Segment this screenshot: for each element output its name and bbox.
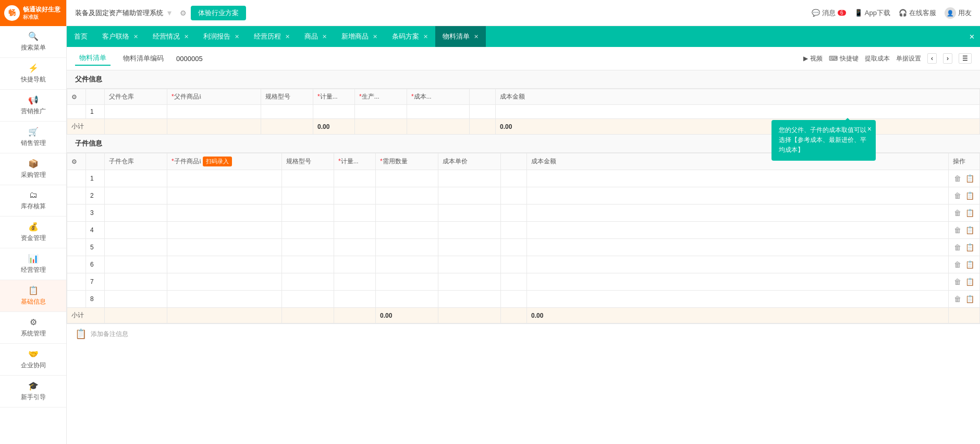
child-row-quantity[interactable] <box>376 273 438 291</box>
child-row-quantity[interactable] <box>376 256 438 273</box>
child-row-warehouse[interactable] <box>105 187 167 205</box>
copy-row-button[interactable]: 📋 <box>964 190 975 201</box>
tab-close-icon[interactable]: ✕ <box>133 33 138 40</box>
sidebar-item-资金管理[interactable]: 💰资金管理 <box>0 217 66 248</box>
tab-close-icon[interactable]: ✕ <box>235 33 239 40</box>
delete-row-button[interactable]: 🗑 <box>953 277 962 287</box>
copy-row-button[interactable]: 📋 <box>964 173 975 184</box>
single-settings-button[interactable]: 单据设置 <box>896 54 921 63</box>
child-row-unit-cost[interactable] <box>438 187 501 205</box>
nav-tab-经营情况[interactable]: 经营情况✕ <box>145 26 196 47</box>
copy-row-button[interactable]: 📋 <box>964 242 975 253</box>
child-row-quantity[interactable] <box>376 291 438 308</box>
tooltip-close-button[interactable]: × <box>867 123 872 135</box>
child-row-warehouse[interactable] <box>105 222 167 239</box>
sidebar-item-销售管理[interactable]: 🛒销售管理 <box>0 122 66 153</box>
parent-row-unit[interactable] <box>313 105 355 119</box>
delete-row-button[interactable]: 🗑 <box>953 259 962 270</box>
nav-tab-客户联络[interactable]: 客户联络✕ <box>95 26 145 47</box>
sidebar-item-快捷导航[interactable]: ⚡快捷导航 <box>0 58 66 90</box>
sidebar-item-企业协同[interactable]: 🤝企业协同 <box>0 344 66 376</box>
nav-tab-条码方案[interactable]: 条码方案✕ <box>385 26 435 47</box>
child-row-goods[interactable] <box>167 170 282 187</box>
tab-close-icon[interactable]: ✕ <box>423 33 428 40</box>
child-row-goods[interactable] <box>167 222 282 239</box>
delete-row-button[interactable]: 🗑 <box>953 225 962 235</box>
tab-bill-code[interactable]: 物料清单编码 <box>119 52 168 65</box>
online-service-button[interactable]: 🎧 在线客服 <box>899 8 936 18</box>
delete-row-button[interactable]: 🗑 <box>953 208 962 218</box>
app-download-button[interactable]: 📱 App下载 <box>854 8 890 18</box>
child-row-unit-cost[interactable] <box>438 256 501 273</box>
child-row-spec[interactable] <box>282 291 334 308</box>
child-row-unit-cost[interactable] <box>438 273 501 291</box>
tab-close-icon[interactable]: ✕ <box>322 33 327 40</box>
tab-close-icon[interactable]: ✕ <box>184 33 189 40</box>
tab-close-icon[interactable]: ✕ <box>474 33 479 40</box>
child-row-spec[interactable] <box>282 239 334 256</box>
copy-row-button[interactable]: 📋 <box>964 259 975 270</box>
child-row-goods[interactable] <box>167 187 282 205</box>
shortcut-button[interactable]: ⌨ 快捷键 <box>829 54 859 63</box>
menu-button[interactable]: ☰ <box>959 53 972 64</box>
child-row-unit[interactable] <box>334 222 376 239</box>
sidebar-item-新手引导[interactable]: 🎓新手引导 <box>0 376 66 407</box>
copy-row-button[interactable]: 📋 <box>964 277 975 287</box>
extract-cost-button[interactable]: 提取成本 <box>865 54 890 63</box>
child-row-goods[interactable] <box>167 273 282 291</box>
parent-row-produce[interactable] <box>355 105 407 119</box>
delete-row-button[interactable]: 🗑 <box>953 242 962 253</box>
topbar-dropdown-icon[interactable]: ▾ <box>167 8 172 18</box>
child-row-quantity[interactable] <box>376 187 438 205</box>
user-button[interactable]: 👤 用友 <box>945 7 972 19</box>
tab-bill-list[interactable]: 物料清单 <box>75 51 111 66</box>
child-row-spec[interactable] <box>282 187 334 205</box>
child-row-unit[interactable] <box>334 256 376 273</box>
copy-row-button[interactable]: 📋 <box>964 208 975 218</box>
child-row-unit[interactable] <box>334 205 376 222</box>
trial-button[interactable]: 体验行业方案 <box>191 6 246 20</box>
child-row-quantity[interactable] <box>376 239 438 256</box>
child-row-unit[interactable] <box>334 273 376 291</box>
child-row-unit-cost[interactable] <box>438 239 501 256</box>
child-row-warehouse[interactable] <box>105 256 167 273</box>
sidebar-item-搜索菜单[interactable]: 🔍搜索菜单 <box>0 26 66 58</box>
child-row-goods[interactable] <box>167 239 282 256</box>
next-record-button[interactable]: › <box>943 53 952 64</box>
tab-close-icon[interactable]: ✕ <box>285 33 290 40</box>
parent-row-cost[interactable] <box>407 105 470 119</box>
parent-row-goods[interactable] <box>167 105 261 119</box>
tab-close-icon[interactable]: ✕ <box>373 33 377 40</box>
child-row-warehouse[interactable] <box>105 205 167 222</box>
scan-input-button[interactable]: 扫码录入 <box>203 157 232 166</box>
child-row-spec[interactable] <box>282 222 334 239</box>
child-row-quantity[interactable] <box>376 205 438 222</box>
child-row-unit-cost[interactable] <box>438 205 501 222</box>
child-row-warehouse[interactable] <box>105 291 167 308</box>
child-row-quantity[interactable] <box>376 170 438 187</box>
delete-row-button[interactable]: 🗑 <box>953 294 962 304</box>
child-row-unit-cost[interactable] <box>438 222 501 239</box>
sidebar-item-营销推广[interactable]: 📢营销推广 <box>0 90 66 122</box>
parent-row-warehouse[interactable] <box>105 105 167 119</box>
child-row-unit[interactable] <box>334 170 376 187</box>
nav-tab-商品[interactable]: 商品✕ <box>297 26 334 47</box>
prev-record-button[interactable]: ‹ <box>927 53 937 64</box>
parent-row-spec[interactable] <box>261 105 313 119</box>
child-row-goods[interactable] <box>167 256 282 273</box>
child-row-quantity[interactable] <box>376 222 438 239</box>
sidebar-item-库存核算[interactable]: 🗂库存核算 <box>0 185 66 217</box>
view-video-button[interactable]: ▶ 视频 <box>803 54 823 63</box>
child-row-spec[interactable] <box>282 170 334 187</box>
delete-row-button[interactable]: 🗑 <box>953 173 962 184</box>
delete-row-button[interactable]: 🗑 <box>953 190 962 201</box>
child-row-warehouse[interactable] <box>105 170 167 187</box>
child-row-unit-cost[interactable] <box>438 291 501 308</box>
child-row-warehouse[interactable] <box>105 273 167 291</box>
copy-row-button[interactable]: 📋 <box>964 294 975 304</box>
nav-tab-利润报告[interactable]: 利润报告✕ <box>196 26 247 47</box>
sidebar-item-基础信息[interactable]: 📋基础信息 <box>0 280 66 312</box>
sidebar-item-经营管理[interactable]: 📊经营管理 <box>0 248 66 280</box>
child-row-spec[interactable] <box>282 273 334 291</box>
nav-tab-首页[interactable]: 首页 <box>67 26 95 47</box>
